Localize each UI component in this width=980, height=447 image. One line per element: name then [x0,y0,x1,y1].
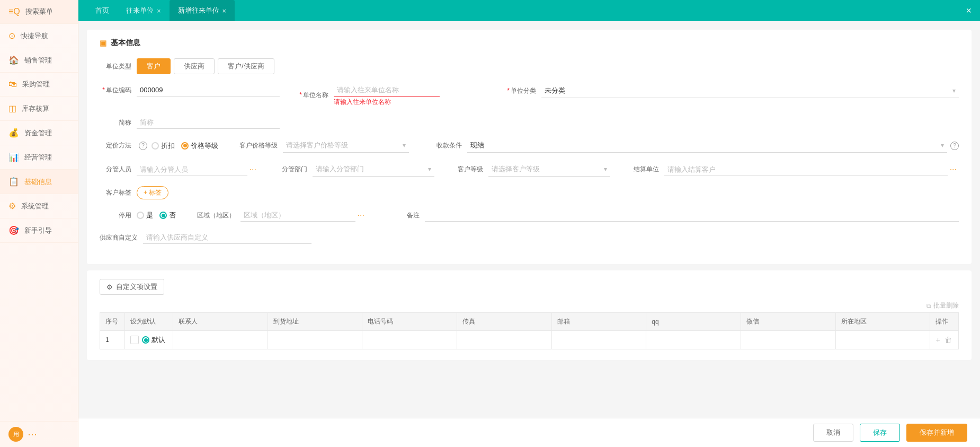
pricing-help-icon[interactable]: ? [139,142,147,150]
customer-level-placeholder: 请选择客户等级 [492,164,604,174]
sidebar-item-search[interactable]: ≡Q 搜索菜单 [0,0,78,24]
sidebar-item-sales[interactable]: 🏠 销售管理 [0,48,78,73]
save-button[interactable]: 保存 [860,424,900,442]
sidebar-expand-icon[interactable]: ⋯ [28,428,37,440]
cell-contact[interactable] [173,331,268,349]
batch-delete-button[interactable]: ⧉ 批量删除 [926,301,959,310]
contact-input[interactable] [179,336,262,344]
sidebar-label-basic: 基础信息 [24,177,52,187]
main-content: 首页 往来单位 × 新增往来单位 × × ▣ 基本信息 单位类型 客户 [78,0,980,447]
sidebar: ≡Q 搜索菜单 ⊙ 快捷导航 🏠 销售管理 🛍 采购管理 ◫ 库存核算 💰 资金… [0,0,78,447]
tab-new-partner[interactable]: 新增往来单位 × [170,0,235,21]
sidebar-item-system[interactable]: ⚙ 系统管理 [0,194,78,218]
cell-address[interactable] [268,331,362,349]
sidebar-item-basic[interactable]: 📋 基础信息 [0,170,78,194]
unit-type-buttons: 客户 供应商 客户/供应商 [137,58,274,74]
btn-both[interactable]: 客户/供应商 [218,58,274,74]
header-bar: 首页 往来单位 × 新增往来单位 × × [78,0,980,21]
add-tag-button[interactable]: + 标签 [137,186,168,199]
pricing-method-field: 定价方法 ? 折扣 价格等级 [100,141,218,151]
unit-category-arrow: ▾ [952,87,956,94]
tags-field: 客户标签 + 标签 [100,186,959,199]
area-input[interactable] [240,209,355,222]
custom-settings-button[interactable]: ⚙ 自定义项设置 [100,279,164,295]
row-checkbox[interactable] [130,336,139,344]
payment-terms-select[interactable]: 现结 ▾ [467,138,947,153]
cell-wechat[interactable] [741,331,836,349]
purchase-icon: 🛍 [8,80,17,89]
sidebar-item-quick-nav[interactable]: ⊙ 快捷导航 [0,24,78,48]
save-new-button[interactable]: 保存并新增 [906,424,967,442]
email-input[interactable] [557,336,641,344]
cell-email[interactable] [551,331,646,349]
area-field: 区域（地区） ··· [197,209,367,222]
fax-input[interactable] [462,336,546,344]
basic-icon: 📋 [8,177,19,187]
qq-input[interactable] [652,336,735,344]
tab-new-partner-close[interactable]: × [222,7,227,15]
unit-category-select[interactable]: 未分类 ▾ [541,84,959,98]
disable-no-option[interactable]: 否 [159,211,176,220]
supplier-custom-input[interactable] [143,231,311,244]
unit-code-input[interactable] [137,84,280,97]
sidebar-bottom: 用 ⋯ [0,421,78,447]
delete-row-button[interactable]: 🗑 [945,336,952,344]
btn-customer[interactable]: 客户 [137,58,171,74]
unit-name-input[interactable] [334,84,440,97]
customer-level-arrow: ▾ [604,165,607,173]
cancel-button[interactable]: 取消 [813,424,853,442]
col-seq: 序号 [100,313,125,331]
area-label: 区域（地区） [197,211,240,220]
phone-input[interactable] [368,336,451,344]
cell-region[interactable] [835,331,930,349]
supplier-custom-label: 供应商自定义 [100,233,143,242]
short-name-input[interactable] [137,116,280,129]
area-more-btn[interactable]: ··· [355,211,367,220]
settlement-input[interactable] [664,163,948,176]
remark-input[interactable] [425,209,959,222]
basic-info-section: ▣ 基本信息 单位类型 客户 供应商 客户/供应商 [87,30,972,264]
tab-home[interactable]: 首页 [87,0,118,21]
unit-type-row: 单位类型 客户 供应商 客户/供应商 [100,58,959,74]
wechat-input[interactable] [746,336,830,344]
sidebar-item-guide[interactable]: 🎯 新手引导 [0,218,78,243]
disable-yes-label: 是 [146,211,153,220]
disable-yes-option[interactable]: 是 [137,211,153,220]
manager-input[interactable] [137,163,247,176]
inventory-icon: ◫ [8,103,16,113]
pricing-level-option[interactable]: 价格等级 [181,141,218,151]
cell-phone[interactable] [362,331,457,349]
sidebar-item-finance[interactable]: 💰 资金管理 [0,121,78,145]
sidebar-item-inventory[interactable]: ◫ 库存核算 [0,97,78,121]
btn-supplier[interactable]: 供应商 [174,58,215,74]
disable-no-label: 否 [169,211,176,220]
finance-icon: 💰 [8,128,19,138]
sidebar-item-purchase[interactable]: 🛍 采购管理 [0,73,78,97]
pricing-discount-option[interactable]: 折扣 [152,141,175,151]
cell-qq[interactable] [646,331,741,349]
region-input[interactable] [841,336,925,344]
disable-radio-group: 是 否 [137,211,176,220]
sidebar-item-operations[interactable]: 📊 经营管理 [0,145,78,170]
dept-label: 分管部门 [275,165,313,174]
address-input[interactable] [273,336,357,344]
default-radio-item[interactable]: 默认 [142,335,165,345]
guide-icon: 🎯 [8,225,19,235]
window-close-button[interactable]: × [966,5,972,16]
add-row-button[interactable]: + [936,336,940,344]
settlement-more-btn[interactable]: ··· [948,165,959,174]
customer-level-label: 客户等级 [451,165,488,174]
short-name-field: 简称 [100,116,280,129]
tab-partners[interactable]: 往来单位 × [118,0,170,21]
payment-help-icon[interactable]: ? [950,142,959,150]
customer-level-select[interactable]: 请选择客户等级 ▾ [488,162,610,177]
cell-fax[interactable] [457,331,551,349]
tab-partners-close[interactable]: × [157,7,161,15]
row-actions: + 🗑 [936,336,953,344]
manager-more-btn[interactable]: ··· [247,165,259,174]
disable-yes-radio [137,212,144,219]
cell-action: + 🗑 [930,331,959,349]
customer-price-select[interactable]: 请选择客户价格等级 ▾ [283,138,409,153]
dept-select[interactable]: 请输入分管部门 ▾ [313,162,434,177]
pricing-discount-radio [152,142,159,150]
